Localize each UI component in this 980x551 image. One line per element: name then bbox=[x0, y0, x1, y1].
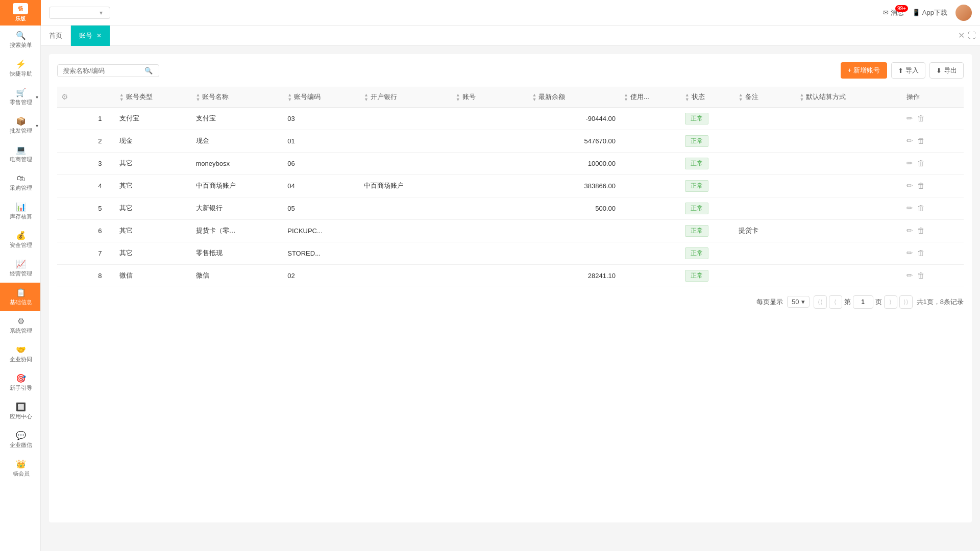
cell-payment bbox=[795, 107, 902, 130]
delete-button[interactable]: 🗑 bbox=[917, 204, 925, 213]
content-panel: 🔍 + 新增账号 ⬆ 导入 ⬇ 导出 ⚙▲▼账号类型▲▼账号名称▲▼账号编码▲▼ bbox=[49, 54, 972, 522]
edit-button[interactable]: ✏ bbox=[906, 226, 913, 235]
action-icons: ✏ 🗑 bbox=[906, 136, 960, 145]
table-row: 3其它moneybosx0610000.00正常 ✏ 🗑 bbox=[57, 152, 964, 174]
col-header-note[interactable]: ▲▼备注 bbox=[734, 87, 796, 108]
sidebar-icon-corp-agreement: 🤝 bbox=[16, 345, 26, 355]
sidebar-label-app-center: 应用中心 bbox=[10, 413, 32, 420]
action-icons: ✏ 🗑 bbox=[906, 204, 960, 213]
sidebar-icon-ops-mgmt: 📈 bbox=[16, 259, 26, 269]
sidebar-item-purchase-mgmt[interactable]: 🛍 采购管理 bbox=[0, 168, 40, 197]
sidebar-item-retail-mgmt[interactable]: 🛒 零售管理 ▾ bbox=[0, 83, 40, 111]
cell-status: 正常 bbox=[681, 130, 734, 152]
col-header-settings: ⚙ bbox=[57, 87, 85, 108]
sidebar-item-app-center[interactable]: 🔲 应用中心 bbox=[0, 397, 40, 425]
cell-bank bbox=[360, 107, 452, 130]
page-input[interactable] bbox=[853, 295, 873, 309]
top-right: ✉ 消息 99+ 📱 App下载 bbox=[883, 5, 972, 21]
close-tab-btn[interactable]: ✕ bbox=[958, 31, 965, 40]
next-page-button[interactable]: ⟩ bbox=[884, 295, 897, 309]
message-button[interactable]: ✉ 消息 99+ bbox=[883, 8, 904, 17]
delete-button[interactable]: 🗑 bbox=[917, 226, 925, 235]
sidebar-item-system-mgmt[interactable]: ⚙ 系统管理 bbox=[0, 311, 40, 340]
search-wrap[interactable]: 🔍 bbox=[57, 64, 159, 77]
delete-button[interactable]: 🗑 bbox=[917, 248, 925, 258]
edit-button[interactable]: ✏ bbox=[906, 204, 913, 213]
delete-button[interactable]: 🗑 bbox=[917, 271, 925, 280]
col-header-payment[interactable]: ▲▼默认结算方式 bbox=[795, 87, 902, 108]
sidebar-label-quick-nav: 快捷导航 bbox=[10, 70, 32, 77]
sidebar-item-corp-wechat[interactable]: 💬 企业微信 bbox=[0, 425, 40, 454]
top-search-dropdown[interactable]: ▾ bbox=[100, 9, 103, 16]
tab-account[interactable]: 账号✕ bbox=[71, 26, 110, 46]
edit-button[interactable]: ✏ bbox=[906, 114, 913, 123]
cell-account bbox=[452, 219, 528, 242]
first-page-button[interactable]: ⟨⟨ bbox=[814, 295, 827, 309]
cell-code: PICKUPC... bbox=[283, 219, 360, 242]
top-search-box[interactable]: ▾ bbox=[49, 7, 110, 19]
app-logo[interactable]: 畅 乐版 bbox=[0, 0, 41, 26]
add-account-button[interactable]: + 新增账号 bbox=[841, 62, 887, 79]
search-icon[interactable]: 🔍 bbox=[144, 67, 153, 74]
cell-balance bbox=[528, 242, 620, 264]
sidebar-icon-quick-nav: ⚡ bbox=[16, 59, 26, 69]
fullscreen-btn[interactable]: ⛶ bbox=[968, 31, 976, 40]
sidebar-item-finance-mgmt[interactable]: 💰 资金管理 bbox=[0, 226, 40, 254]
col-header-status[interactable]: ▲▼状态 bbox=[681, 87, 734, 108]
sidebar-icon-corp-wechat: 💬 bbox=[16, 431, 26, 440]
page-size-select[interactable]: 50 ▾ bbox=[787, 296, 809, 308]
delete-button[interactable]: 🗑 bbox=[917, 159, 925, 168]
sidebar-item-basic-info[interactable]: 📋 基础信息 bbox=[0, 283, 40, 311]
edit-button[interactable]: ✏ bbox=[906, 159, 913, 168]
last-page-button[interactable]: ⟩⟩ bbox=[899, 295, 913, 309]
action-icons: ✏ 🗑 bbox=[906, 159, 960, 168]
col-header-code[interactable]: ▲▼账号编码 bbox=[283, 87, 360, 108]
cell-payment bbox=[795, 264, 902, 287]
sidebar-item-vip-member[interactable]: 👑 畅会员 bbox=[0, 454, 40, 483]
app-download-button[interactable]: 📱 App下载 bbox=[912, 8, 947, 17]
sidebar-item-corp-agreement[interactable]: 🤝 企业协同 bbox=[0, 340, 40, 368]
cell-account bbox=[452, 197, 528, 219]
user-avatar[interactable] bbox=[955, 5, 972, 21]
edit-button[interactable]: ✏ bbox=[906, 271, 913, 280]
cell-index: 6 bbox=[85, 219, 115, 242]
tab-home[interactable]: 首页 bbox=[41, 26, 71, 46]
table-row: 5其它大新银行05500.00正常 ✏ 🗑 bbox=[57, 197, 964, 219]
edit-button[interactable]: ✏ bbox=[906, 248, 913, 258]
edit-button[interactable]: ✏ bbox=[906, 136, 913, 145]
cell-action: ✏ 🗑 bbox=[902, 242, 964, 264]
sidebar-label-ops-mgmt: 经营管理 bbox=[10, 270, 32, 277]
export-button[interactable]: ⬇ 导出 bbox=[929, 62, 964, 79]
sidebar-item-search-menu[interactable]: 🔍 搜索菜单 bbox=[0, 26, 40, 54]
cell-note bbox=[734, 107, 796, 130]
delete-button[interactable]: 🗑 bbox=[917, 114, 925, 123]
delete-button[interactable]: 🗑 bbox=[917, 136, 925, 145]
table-settings-icon[interactable]: ⚙ bbox=[61, 92, 68, 101]
cell-note bbox=[734, 152, 796, 174]
action-icons: ✏ 🗑 bbox=[906, 248, 960, 258]
delete-button[interactable]: 🗑 bbox=[917, 181, 925, 190]
col-header-balance[interactable]: ▲▼最新余额 bbox=[528, 87, 620, 108]
col-header-name[interactable]: ▲▼账号名称 bbox=[192, 87, 284, 108]
sidebar-item-new-guide[interactable]: 🎯 新手引导 bbox=[0, 368, 40, 397]
tab-close-account[interactable]: ✕ bbox=[96, 32, 102, 39]
top-search-input[interactable] bbox=[54, 9, 100, 16]
sidebar-item-inventory[interactable]: 📊 库存核算 bbox=[0, 197, 40, 226]
col-header-account[interactable]: ▲▼账号 bbox=[452, 87, 528, 108]
sidebar-item-wholesale-mgmt[interactable]: 📦 批发管理 ▾ bbox=[0, 111, 40, 140]
sidebar-item-ecom-mgmt[interactable]: 💻 电商管理 bbox=[0, 140, 40, 168]
search-input[interactable] bbox=[63, 67, 144, 74]
col-header-bank[interactable]: ▲▼开户银行 bbox=[360, 87, 452, 108]
sidebar-item-ops-mgmt[interactable]: 📈 经营管理 bbox=[0, 254, 40, 283]
import-button[interactable]: ⬆ 导入 bbox=[891, 62, 925, 79]
sidebar-item-quick-nav[interactable]: ⚡ 快捷导航 bbox=[0, 54, 40, 83]
col-header-type[interactable]: ▲▼账号类型 bbox=[115, 87, 192, 108]
sort-icon-name: ▲▼ bbox=[196, 93, 201, 102]
col-header-usage[interactable]: ▲▼使用... bbox=[620, 87, 681, 108]
cell-status: 正常 bbox=[681, 219, 734, 242]
edit-button[interactable]: ✏ bbox=[906, 181, 913, 190]
cell-payment bbox=[795, 152, 902, 174]
prev-page-button[interactable]: ⟨ bbox=[829, 295, 842, 309]
accounts-table: ⚙▲▼账号类型▲▼账号名称▲▼账号编码▲▼开户银行▲▼账号▲▼最新余额▲▼使用.… bbox=[57, 87, 964, 287]
status-badge: 正常 bbox=[685, 270, 708, 282]
